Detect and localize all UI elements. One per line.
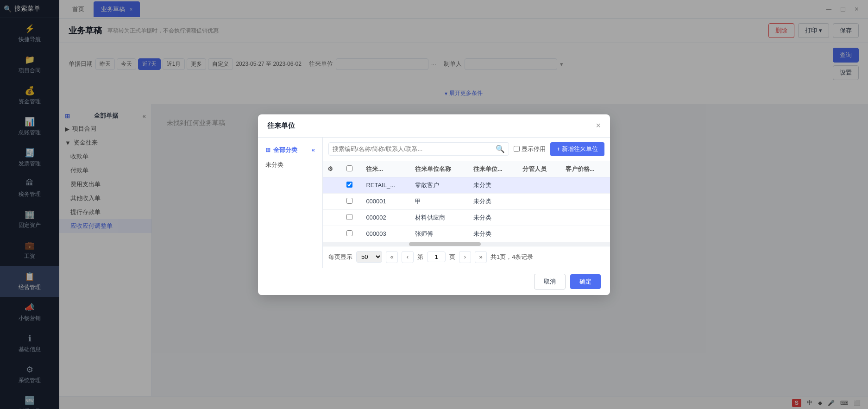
show-disabled-label[interactable]: 显示停用: [514, 145, 546, 153]
search-icon: 🔍: [496, 145, 505, 153]
show-disabled-checkbox[interactable]: [514, 146, 520, 152]
row-check: [342, 226, 361, 242]
row-code: 000002: [361, 209, 410, 226]
cancel-button[interactable]: 取消: [534, 274, 566, 289]
row-category: 未分类: [469, 226, 518, 242]
row-name: 材料供应商: [410, 209, 469, 226]
row-checkbox[interactable]: [346, 182, 352, 188]
total-label: 共1页，4条记录: [491, 253, 533, 261]
modal-overlay: 往来单位 × ⊞ 全部分类 « 未分类: [0, 0, 868, 409]
chevron-left-icon[interactable]: «: [312, 146, 315, 153]
page-prefix-label: 第: [417, 253, 423, 261]
add-partner-button[interactable]: + 新增往来单位: [550, 142, 604, 156]
row-manager: [518, 193, 560, 209]
confirm-button[interactable]: 确定: [570, 274, 601, 289]
gear-icon[interactable]: ⚙: [327, 165, 333, 172]
table-row[interactable]: RETAIL_... 零散客户 未分类: [323, 177, 610, 193]
col-manager: 分管人员: [518, 161, 560, 177]
col-code: 往来...: [361, 161, 410, 177]
dialog-right-panel: 🔍 显示停用 + 新增往来单位 ⚙: [323, 138, 610, 268]
last-page-icon: »: [479, 253, 482, 260]
row-code: RETAIL_...: [361, 177, 410, 193]
per-page-label: 每页显示: [328, 253, 352, 261]
select-all-checkbox[interactable]: [346, 165, 352, 171]
row-price: [561, 193, 610, 209]
col-check: [342, 161, 361, 177]
table-row[interactable]: 000003 张师傅 未分类: [323, 226, 610, 242]
dialog-table-wrapper: ⚙ 往来... 往来单位名称 往来单位... 分管人员 客户价格...: [323, 161, 610, 242]
dialog-header: 往来单位 ×: [258, 114, 610, 138]
row-check: [342, 209, 361, 226]
page-suffix-label: 页: [449, 253, 455, 261]
col-name: 往来单位名称: [410, 161, 469, 177]
dialog-body: ⊞ 全部分类 « 未分类 🔍 显示停用: [258, 138, 610, 268]
col-price: 客户价格...: [561, 161, 610, 177]
row-price: [561, 226, 610, 242]
row-settings: [323, 209, 342, 226]
row-settings: [323, 226, 342, 242]
next-page-icon: ›: [464, 253, 466, 260]
table-row[interactable]: 000002 材料供应商 未分类: [323, 209, 610, 226]
col-settings: ⚙: [323, 161, 342, 177]
table-row[interactable]: 000001 甲 未分类: [323, 193, 610, 209]
row-check: [342, 177, 361, 193]
row-price: [561, 177, 610, 193]
row-price: [561, 209, 610, 226]
dialog-table: ⚙ 往来... 往来单位名称 往来单位... 分管人员 客户价格...: [323, 161, 610, 242]
row-category: 未分类: [469, 193, 518, 209]
row-name: 张师傅: [410, 226, 469, 242]
col-category: 往来单位...: [469, 161, 518, 177]
row-checkbox[interactable]: [346, 214, 352, 220]
dialog-toolbar: 🔍 显示停用 + 新增往来单位: [323, 138, 610, 161]
dialog-left-panel: ⊞ 全部分类 « 未分类: [258, 138, 323, 268]
dialog-footer: 取消 确定: [258, 268, 610, 295]
search-box: 🔍: [328, 142, 509, 156]
dialog-all-category[interactable]: ⊞ 全部分类 «: [258, 142, 322, 158]
row-manager: [518, 226, 560, 242]
row-settings: [323, 193, 342, 209]
dialog-close-button[interactable]: ×: [596, 121, 601, 131]
prev-page-icon: ‹: [407, 253, 409, 260]
row-code: 000003: [361, 226, 410, 242]
dialog-title: 往来单位: [267, 121, 295, 130]
last-page-button[interactable]: »: [475, 251, 487, 263]
dialog-unclassified[interactable]: 未分类: [258, 158, 322, 172]
prev-page-button[interactable]: ‹: [402, 251, 414, 263]
row-manager: [518, 177, 560, 193]
row-category: 未分类: [469, 209, 518, 226]
horizontal-scrollbar[interactable]: [323, 242, 610, 246]
partner-dialog: 往来单位 × ⊞ 全部分类 « 未分类: [258, 114, 610, 295]
row-category: 未分类: [469, 177, 518, 193]
row-code: 000001: [361, 193, 410, 209]
row-manager: [518, 209, 560, 226]
row-name: 零散客户: [410, 177, 469, 193]
dialog-pagination: 每页显示 50 100 « ‹ 第 页 ›: [323, 246, 610, 268]
all-category-label: 全部分类: [273, 146, 297, 154]
per-page-select[interactable]: 50 100: [356, 251, 382, 263]
page-input[interactable]: [427, 252, 446, 262]
first-page-button[interactable]: «: [386, 251, 398, 263]
first-page-icon: «: [390, 253, 393, 260]
row-check: [342, 193, 361, 209]
grid-icon: ⊞: [265, 146, 270, 153]
next-page-button[interactable]: ›: [459, 251, 471, 263]
row-name: 甲: [410, 193, 469, 209]
scrollbar-thumb[interactable]: [409, 242, 481, 246]
row-checkbox[interactable]: [346, 198, 352, 204]
row-checkbox[interactable]: [346, 230, 352, 236]
search-input[interactable]: [333, 145, 493, 152]
row-settings: [323, 177, 342, 193]
